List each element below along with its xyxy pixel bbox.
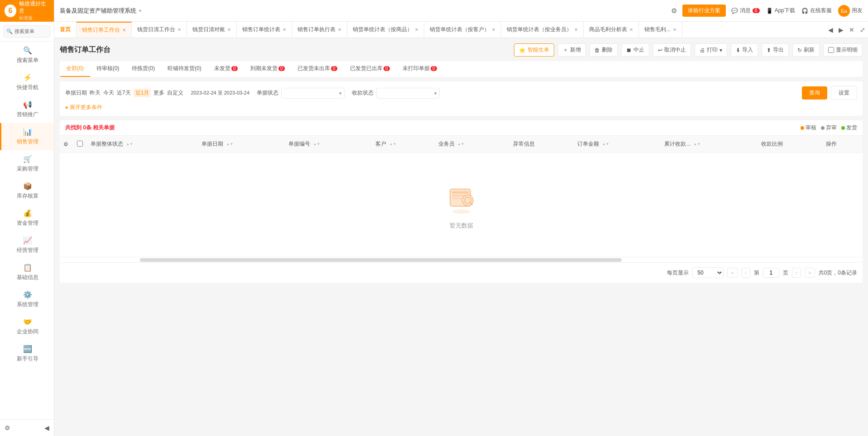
sidebar-item-quick-nav[interactable]: ⚡快捷导航 <box>0 69 54 96</box>
sort-amount-icon[interactable]: ▲▼ <box>602 142 609 146</box>
app-download-btn[interactable]: 📱 App下载 <box>766 7 795 14</box>
sidebar-item-finance[interactable]: 💰资金管理 <box>0 204 54 232</box>
per-page-select[interactable]: 10 20 50 100 <box>692 267 724 278</box>
tabs-scroll-left[interactable]: ◀ <box>825 22 836 38</box>
settings-footer-icon[interactable]: ⚙ <box>5 424 10 431</box>
tab-close-sales-stats-staff[interactable]: ✕ <box>574 27 578 32</box>
select-all-checkbox[interactable] <box>77 141 83 147</box>
tab-sales-stats-staff[interactable]: 销货单统计表（按业务员）✕ <box>501 22 584 38</box>
date-shortcut-more[interactable]: 更多 <box>153 89 164 97</box>
setting-button[interactable]: 设置 <box>831 86 857 100</box>
sidebar-item-guide[interactable]: 🆕新手引导 <box>0 340 54 367</box>
filter-tab-no-print[interactable]: 未打印单据0 <box>396 61 443 77</box>
status-select[interactable] <box>281 88 345 99</box>
reject-btn[interactable]: 弃审 <box>821 124 837 132</box>
print-button[interactable]: 🖨 打印 ▾ <box>695 43 727 57</box>
tab-close-sales-stats[interactable]: ✕ <box>283 27 286 32</box>
tab-close-sales-stats-customer[interactable]: ✕ <box>492 27 495 32</box>
sidebar-item-purchase[interactable]: 🛒采购管理 <box>0 150 54 177</box>
tab-close-sales-workbench[interactable]: ✕ <box>122 28 126 33</box>
tab-cash-reconcile[interactable]: 钱货日清对账✕ <box>187 22 237 38</box>
gear-icon[interactable]: ⚙ <box>63 141 68 147</box>
smart-create-button[interactable]: ⭐ 智能生单 <box>514 43 554 57</box>
tab-cash-daily[interactable]: 钱货日清工作台✕ <box>132 22 187 38</box>
search-button[interactable]: 查询 <box>802 86 827 100</box>
page-actions: ⭐ 智能生单 ＋ 新增 🗑 删除 ⏹ 中止 <box>514 43 863 57</box>
sidebar-item-cooperation[interactable]: 🤝企业协同 <box>0 313 54 340</box>
filter-tab-all[interactable]: 全部(0) <box>60 61 90 77</box>
show-detail-label[interactable]: 显示明细 <box>823 43 863 57</box>
sidebar-item-system[interactable]: ⚙️系统管理 <box>0 286 54 313</box>
sidebar-item-basic-info[interactable]: 📋基础信息 <box>0 259 54 286</box>
message-btn[interactable]: 💬 消息 6 <box>731 7 760 14</box>
sort-date-icon[interactable]: ▲▼ <box>226 142 234 146</box>
tab-close-gross-profit[interactable]: ✕ <box>629 27 633 32</box>
payment-select[interactable] <box>376 88 440 99</box>
date-shortcut-today[interactable]: 今天 <box>103 89 114 97</box>
filter-tab-shipped-no-out[interactable]: 已发货未出库0 <box>291 61 344 77</box>
tab-close-cash-daily[interactable]: ✕ <box>177 27 181 32</box>
user-btn[interactable]: Ea 用友 <box>838 5 863 17</box>
tab-sales-more[interactable]: 销售毛利...✕ <box>639 22 682 38</box>
tab-sales-workbench[interactable]: 销售订单工作台✕ <box>77 22 132 38</box>
show-detail-checkbox[interactable] <box>828 47 834 53</box>
tab-close-sales-stats-product[interactable]: ✕ <box>415 27 418 32</box>
filter-tab-pending-pickup[interactable]: 待拣货(0) <box>125 61 161 77</box>
tab-close-sales-exec[interactable]: ✕ <box>338 27 341 32</box>
current-page-input[interactable] <box>763 268 779 278</box>
tab-sales-stats-product[interactable]: 销货单统计表（按商品）✕ <box>347 22 424 38</box>
prev-page-btn[interactable]: ‹ <box>741 268 750 278</box>
refresh-button[interactable]: ↻ 刷新 <box>792 43 820 57</box>
nav-label-system: 系统管理 <box>17 301 38 308</box>
stop-button[interactable]: ⏹ 中止 <box>621 43 649 57</box>
import-button[interactable]: ⬇ 导入 <box>731 43 758 57</box>
online-service-btn[interactable]: 🎧 在线客服 <box>801 7 832 14</box>
sidebar-item-operations[interactable]: 📈经营管理 <box>0 232 54 259</box>
topbar-gear-icon[interactable]: ⚙ <box>671 7 677 15</box>
search-menu-button[interactable]: 🔍 搜索菜单 <box>4 25 50 38</box>
sidebar-item-sales[interactable]: 📊销售管理 <box>0 123 54 150</box>
filter-tab-not-shipped[interactable]: 未发货0 <box>208 61 244 77</box>
tab-sales-stats[interactable]: 销售订单统计表✕ <box>237 22 292 38</box>
collapse-sidebar-icon[interactable]: ◀ <box>44 424 49 431</box>
cancel-stop-button[interactable]: ↩ 取消中止 <box>653 43 691 57</box>
tab-close-sales-more[interactable]: ✕ <box>673 27 676 32</box>
sidebar-item-inventory[interactable]: 📦库存核算 <box>0 177 54 204</box>
date-field: 单据日期 昨天 今天 近7天 近1月 更多 自定义 <box>65 89 183 97</box>
tab-maximize[interactable]: ⤢ <box>857 22 868 38</box>
filter-tab-overdue-ship[interactable]: 到期未发货0 <box>244 61 291 77</box>
sort-status-icon[interactable]: ▲▼ <box>126 142 133 146</box>
tab-close-cash-reconcile[interactable]: ✕ <box>227 27 231 32</box>
tabs-scroll-right[interactable]: ▶ <box>836 22 846 38</box>
date-shortcut-7days[interactable]: 近7天 <box>117 89 131 97</box>
tab-close-all[interactable]: ✕ <box>846 22 857 38</box>
review-btn[interactable]: 审核 <box>801 124 816 132</box>
tab-home[interactable]: 首页 <box>54 22 77 38</box>
last-page-btn[interactable]: » <box>805 268 815 278</box>
tab-gross-profit[interactable]: 商品毛利分析表✕ <box>584 22 639 38</box>
next-page-btn[interactable]: › <box>792 268 801 278</box>
delete-button[interactable]: 🗑 删除 <box>590 43 618 57</box>
sort-customer-icon[interactable]: ▲▼ <box>389 142 397 146</box>
sidebar-item-marketing[interactable]: 📢营销推广 <box>0 96 54 123</box>
add-button[interactable]: ＋ 新增 <box>558 43 586 57</box>
tab-sales-exec[interactable]: 销售订单执行表✕ <box>292 22 347 38</box>
date-shortcut-1month[interactable]: 近1月 <box>134 89 151 97</box>
sort-number-icon[interactable]: ▲▼ <box>313 142 321 146</box>
date-shortcut-custom[interactable]: 自定义 <box>167 89 183 97</box>
horizontal-scrollbar[interactable] <box>140 258 622 262</box>
tab-sales-stats-customer[interactable]: 销货单统计表（按客户）✕ <box>424 22 501 38</box>
filter-tab-pending-review[interactable]: 待审核(0) <box>90 61 126 77</box>
date-shortcut-yesterday[interactable]: 昨天 <box>90 89 101 97</box>
first-page-btn[interactable]: « <box>727 268 738 278</box>
export-button[interactable]: ⬆ 导出 <box>762 43 789 57</box>
solution-button[interactable]: 体验行业方案 <box>682 5 726 17</box>
ship-btn[interactable]: 发货 <box>841 124 857 132</box>
svg-rect-4 <box>452 198 462 199</box>
sort-collected-icon[interactable]: ▲▼ <box>694 142 701 146</box>
filter-tab-shipped-out[interactable]: 已发货已出库0 <box>344 61 396 77</box>
sidebar-item-search[interactable]: 🔍搜索菜单 <box>0 42 54 69</box>
sort-staff-icon[interactable]: ▲▼ <box>457 142 465 146</box>
expand-conditions-btn[interactable]: ▾ 展开更多条件 <box>65 104 857 111</box>
filter-tab-wangpu-pending[interactable]: 旺铺待发货(0) <box>161 61 208 77</box>
